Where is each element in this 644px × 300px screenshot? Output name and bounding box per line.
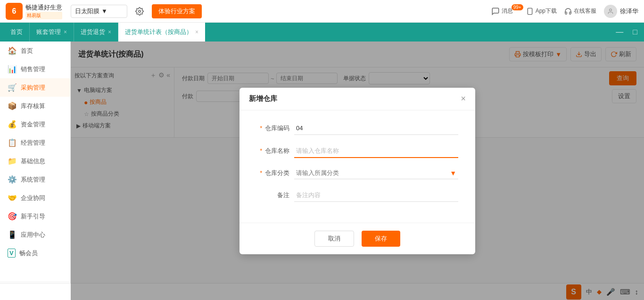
warehouse-name-input[interactable] — [294, 144, 458, 158]
tab-return[interactable]: 进货退货 × — [74, 23, 118, 42]
sidebar-item-home[interactable]: 🏠 首页 — [0, 42, 70, 60]
main-layout: 🏠 首页 📊 销售管理 🛒 采购管理 📦 库存核算 💰 资金管理 📋 经营管理 … — [0, 42, 644, 300]
logo-area: 6 畅捷通好生意 精易版 — [6, 3, 62, 20]
name-required-star: * — [260, 147, 262, 154]
content-area: 进货单统计(按商品) 按模板打印 ▼ 导出 刷新 — [71, 42, 644, 300]
category-label: * 仓库分类 — [256, 169, 294, 177]
logo-icon: 6 — [6, 3, 23, 20]
logo-text-group: 畅捷通好生意 精易版 — [25, 3, 62, 19]
tab-home-label: 首页 — [10, 28, 23, 36]
tab-home[interactable]: 首页 — [4, 23, 30, 42]
message-label: 消息 — [502, 7, 513, 15]
sidebar-item-app[interactable]: 📱 应用中心 — [0, 225, 70, 244]
app-download-label: App下载 — [536, 7, 557, 15]
name-label: * 仓库名称 — [256, 147, 294, 155]
save-button[interactable]: 保存 — [362, 231, 400, 247]
guide-icon: 🎯 — [8, 212, 17, 221]
tab-stats-close[interactable]: × — [195, 29, 198, 35]
store-selector[interactable]: 日太阳膜 ▼ — [71, 5, 127, 18]
sidebar-label-purchase: 采购管理 — [21, 83, 45, 92]
warehouse-name-field: * 仓库名称 — [256, 144, 458, 158]
nav-tabs: 首页 账套管理 × 进货退货 × 进货单统计表（按商品） × — □ — [0, 23, 644, 42]
tab-account-close[interactable]: × — [64, 29, 67, 35]
sidebar-item-collab[interactable]: 🤝 企业协同 — [0, 189, 70, 207]
sidebar-label-sales: 销售管理 — [21, 65, 45, 74]
note-label: 备注 — [256, 191, 294, 200]
sidebar-item-sales[interactable]: 📊 销售管理 — [0, 60, 70, 78]
sidebar-item-vip[interactable]: V 畅会员 — [0, 244, 70, 262]
online-service-label: 在线客服 — [574, 7, 596, 15]
sidebar-label-guide: 新手引导 — [21, 212, 45, 221]
store-name: 日太阳膜 — [75, 7, 99, 16]
cancel-button[interactable]: 取消 — [314, 231, 354, 247]
category-dropdown-icon: ▼ — [450, 169, 456, 177]
warehouse-note-input[interactable] — [294, 189, 458, 202]
sidebar-label-finance: 资金管理 — [21, 120, 45, 129]
user-info[interactable]: 徐泽华 — [604, 5, 638, 18]
modal-body: * 仓库编码 * 仓库名称 — [239, 110, 475, 223]
warehouse-note-field: 备注 — [256, 189, 458, 202]
sidebar-item-operation[interactable]: 📋 经营管理 — [0, 133, 70, 152]
tab-return-label: 进货退货 — [81, 28, 105, 36]
tab-stats-label: 进货单统计表（按商品） — [125, 28, 192, 36]
svg-point-0 — [139, 10, 141, 12]
modal-header: 新增仓库 × — [239, 88, 475, 110]
warehouse-code-field: * 仓库编码 — [256, 122, 458, 135]
user-name: 徐泽华 — [620, 7, 638, 16]
window-minimize-icon[interactable]: — — [613, 27, 626, 37]
category-input[interactable] — [296, 169, 450, 176]
sidebar-label-app: 应用中心 — [21, 231, 45, 239]
app-icon: 📱 — [8, 230, 17, 239]
sidebar-item-finance[interactable]: 💰 资金管理 — [0, 115, 70, 133]
sidebar-item-guide[interactable]: 🎯 新手引导 — [0, 207, 70, 225]
tab-account-label: 账套管理 — [36, 28, 61, 36]
sidebar-item-purchase[interactable]: 🛒 采购管理 — [0, 78, 70, 97]
sidebar: 🏠 首页 📊 销售管理 🛒 采购管理 📦 库存核算 💰 资金管理 📋 经营管理 … — [0, 42, 71, 300]
modal-overlay: 新增仓库 × * 仓库编码 * — [71, 42, 644, 300]
warehouse-code-input[interactable] — [294, 122, 458, 135]
system-icon: ⚙️ — [8, 175, 17, 184]
message-badge: 99+ — [512, 4, 523, 10]
basic-icon: 📁 — [8, 157, 17, 166]
settings-icon-button[interactable] — [132, 4, 147, 19]
topbar: 6 畅捷通好生意 精易版 日太阳膜 ▼ 体验行业方案 消息 99+ App下载 … — [0, 0, 644, 23]
sidebar-item-inventory[interactable]: 📦 库存核算 — [0, 97, 70, 115]
tab-stats[interactable]: 进货单统计表（按商品） × — [118, 23, 205, 42]
vip-icon: V — [8, 249, 16, 258]
sidebar-label-basic: 基础信息 — [21, 157, 45, 166]
sidebar-label-inventory: 库存核算 — [21, 102, 45, 110]
message-icon-item[interactable]: 消息 99+ — [491, 7, 519, 16]
svg-rect-1 — [528, 8, 532, 14]
sidebar-item-basic[interactable]: 📁 基础信息 — [0, 152, 70, 170]
window-maximize-icon[interactable]: □ — [630, 27, 640, 37]
finance-icon: 💰 — [8, 120, 17, 129]
category-select-wrapper[interactable]: ▼ — [294, 167, 458, 179]
sidebar-label-system: 系统管理 — [21, 175, 45, 184]
online-service-item[interactable]: 在线客服 — [564, 7, 596, 15]
svg-point-3 — [610, 8, 612, 11]
category-required-star: * — [260, 169, 262, 176]
app-download-item[interactable]: App下载 — [526, 7, 557, 15]
avatar — [604, 5, 617, 18]
home-icon: 🏠 — [8, 46, 17, 55]
inventory-icon: 📦 — [8, 101, 17, 110]
experience-btn[interactable]: 体验行业方案 — [152, 4, 202, 18]
warehouse-category-field: * 仓库分类 ▼ — [256, 167, 458, 179]
collab-icon: 🤝 — [8, 193, 17, 202]
code-required-star: * — [260, 125, 262, 132]
sidebar-label-vip: 畅会员 — [19, 249, 38, 258]
tab-return-close[interactable]: × — [108, 29, 111, 35]
nav-tabs-actions: — □ — [613, 27, 640, 37]
logo-title: 畅捷通好生意 — [25, 3, 62, 12]
sidebar-label-operation: 经营管理 — [21, 139, 45, 147]
modal-footer: 取消 保存 — [239, 223, 475, 254]
sidebar-label-collab: 企业协同 — [21, 194, 45, 202]
tab-account[interactable]: 账套管理 × — [30, 23, 74, 42]
sales-icon: 📊 — [8, 65, 17, 74]
chevron-down-icon: ▼ — [101, 8, 107, 15]
operation-icon: 📋 — [8, 138, 17, 147]
sidebar-item-system[interactable]: ⚙️ 系统管理 — [0, 170, 70, 189]
logo-sub: 精易版 — [25, 12, 62, 19]
modal-close-button[interactable]: × — [461, 94, 466, 103]
code-label: * 仓库编码 — [256, 124, 294, 133]
